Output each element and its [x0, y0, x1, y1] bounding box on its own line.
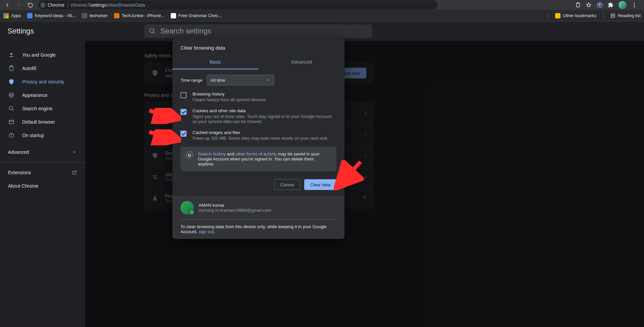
nav-default-browser[interactable]: Default browser: [0, 115, 85, 129]
checkbox-row-browsing-history[interactable]: Browsing historyClears history from all …: [180, 91, 336, 102]
search-placeholder: Search settings: [160, 27, 211, 36]
svg-point-5: [634, 5, 635, 6]
checkbox-cookies[interactable]: [180, 109, 186, 115]
nav-extensions[interactable]: Extensions: [0, 166, 85, 179]
forward-button[interactable]: [14, 0, 23, 10]
svg-point-29: [155, 177, 156, 178]
url-text: chrome://settings/clearBrowserData: [71, 2, 145, 8]
nav-advanced[interactable]: Advanced: [0, 145, 85, 159]
bookmark-item[interactable]: TechJunkie - iPhone...: [114, 13, 165, 18]
search-icon: [149, 28, 156, 35]
svg-rect-21: [9, 120, 14, 124]
site-name: Chrome: [48, 2, 64, 8]
tab-basic[interactable]: Basic: [172, 55, 259, 69]
profile-avatar-toolbar[interactable]: [619, 1, 627, 9]
svg-point-28: [154, 175, 155, 176]
chevron-down-icon: [72, 149, 77, 155]
clear-data-button[interactable]: Clear data: [304, 179, 336, 190]
settings-nav: You and Google Autofill Privacy and secu…: [0, 41, 85, 327]
tab-advanced[interactable]: Advanced: [259, 55, 345, 69]
settings-search[interactable]: Search settings: [144, 24, 372, 38]
nav-search-engine[interactable]: Search engine: [0, 102, 85, 115]
omnibox[interactable]: Chrome chrome://settings/clearBrowserDat…: [38, 0, 437, 10]
sign-out-link[interactable]: sign out: [199, 229, 214, 234]
svg-point-17: [12, 94, 13, 95]
svg-point-16: [10, 94, 11, 95]
bookmark-item[interactable]: Free Grammar Chec...: [171, 13, 222, 18]
svg-point-18: [11, 95, 12, 96]
profile-name: AMAN kumar: [199, 203, 271, 208]
time-range-select[interactable]: All time: [207, 75, 274, 85]
cancel-button[interactable]: Cancel: [274, 179, 300, 190]
google-activity-info: G Search history and other forms of acti…: [180, 147, 336, 171]
nav-privacy-security[interactable]: Privacy and security: [0, 75, 85, 88]
browser-toolbar: Chrome chrome://settings/clearBrowserDat…: [0, 0, 644, 10]
checkbox-row-cached[interactable]: Cached images and filesFrees up 320 MB. …: [180, 130, 336, 141]
nav-appearance[interactable]: Appearance: [0, 88, 85, 102]
kebab-menu-icon[interactable]: [631, 2, 637, 8]
back-button[interactable]: [3, 0, 12, 10]
time-range-label: Time range: [180, 78, 202, 83]
extensions-icon[interactable]: [608, 2, 614, 8]
compass-icon[interactable]: [596, 2, 603, 8]
apps-shortcut[interactable]: Apps: [3, 13, 21, 18]
nav-autofill[interactable]: Autofill: [0, 62, 85, 75]
nav-about-chrome[interactable]: About Chrome: [0, 179, 85, 193]
profile-sync-status: Syncing to kraman19999@gmail.com: [199, 208, 271, 213]
other-activity-link[interactable]: other forms of activity: [235, 151, 277, 156]
search-history-link[interactable]: Search history: [198, 151, 226, 156]
share-icon[interactable]: [575, 2, 581, 8]
svg-point-15: [9, 93, 14, 97]
bookmark-item[interactable]: Keyword ideas - 45...: [27, 13, 76, 18]
nav-you-and-google[interactable]: You and Google: [0, 48, 85, 62]
reload-button[interactable]: [25, 0, 35, 10]
svg-point-4: [634, 3, 635, 4]
bookmarks-bar: Apps Keyword ideas - 45... techwiser Tec…: [0, 10, 644, 21]
google-icon: G: [186, 151, 193, 159]
bookmark-item[interactable]: techwiser: [82, 13, 108, 18]
profile-avatar: [180, 201, 194, 214]
dialog-title: Clear browsing data: [172, 38, 344, 55]
external-link-icon: [361, 196, 366, 201]
external-link-icon: [72, 170, 77, 175]
svg-point-25: [153, 131, 158, 136]
clear-browsing-data-dialog: Clear browsing data Basic Advanced Time …: [172, 38, 344, 239]
svg-point-6: [634, 6, 635, 7]
dropdown-arrow-icon: [266, 78, 270, 82]
svg-line-20: [12, 109, 13, 111]
app-title: Settings: [7, 27, 34, 36]
chrome-icon: [40, 2, 46, 8]
svg-point-19: [9, 106, 13, 110]
reading-list[interactable]: Reading list: [610, 13, 641, 18]
svg-point-10: [150, 29, 154, 33]
checkbox-browsing-history[interactable]: [180, 92, 186, 98]
svg-point-12: [10, 53, 12, 55]
star-icon[interactable]: [586, 2, 592, 8]
nav-on-startup[interactable]: On startup: [0, 129, 85, 142]
checkbox-row-cookies[interactable]: Cookies and other site dataSigns you out…: [180, 108, 336, 124]
svg-point-1: [42, 4, 44, 6]
svg-line-11: [153, 32, 155, 34]
sync-note: To clear browsing data from this device …: [180, 224, 336, 234]
other-bookmarks[interactable]: Other bookmarks: [555, 13, 596, 18]
checkbox-cached[interactable]: [180, 131, 186, 137]
